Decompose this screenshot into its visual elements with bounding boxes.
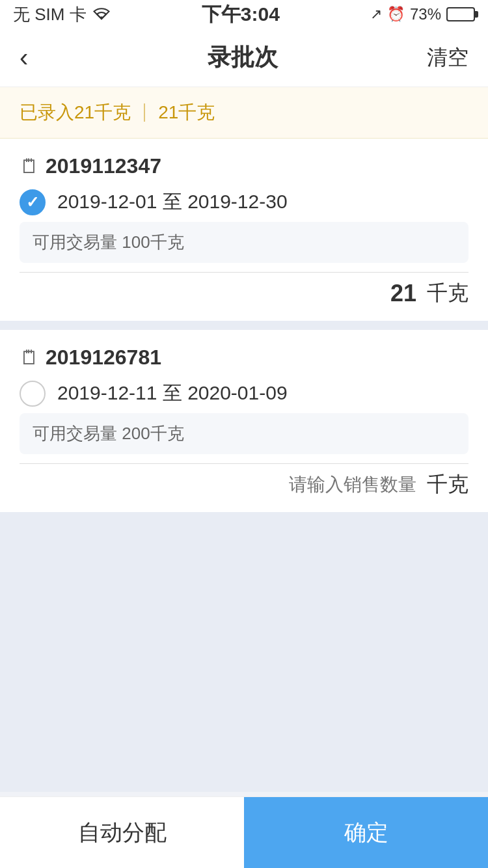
- batch-header-1: 🗒 2019126781: [0, 330, 488, 376]
- auto-distribute-label: 自动分配: [78, 818, 167, 848]
- page-content: 已录入21千克 21千克 🗒 2019112347 ✓ 2019-12-01 至…: [0, 87, 488, 863]
- battery-percent: 73%: [410, 5, 441, 23]
- batch-header-0: 🗒 2019112347: [0, 139, 488, 185]
- batch-quantity-row-1: 千克: [0, 464, 488, 512]
- back-button[interactable]: ‹: [20, 43, 59, 72]
- batch-radio-1[interactable]: [20, 381, 46, 407]
- carrier-text: 无 SIM 卡: [13, 3, 87, 26]
- batch-doc-icon-1: 🗒: [20, 347, 39, 369]
- wifi-icon: [92, 7, 111, 21]
- status-time: 下午3:04: [202, 1, 280, 28]
- page-title: 录批次: [208, 42, 278, 74]
- batch-id-0: 2019112347: [46, 154, 161, 178]
- batch-available-0: 可用交易量 100千克: [20, 222, 468, 263]
- batch-radio-0[interactable]: ✓: [20, 189, 46, 215]
- clear-button[interactable]: 清空: [427, 44, 468, 72]
- batch-quantity-row-0: 千克: [0, 273, 488, 321]
- batch-date-0: 2019-12-01 至 2019-12-30: [57, 189, 288, 215]
- battery-icon: [446, 7, 475, 21]
- status-bar: 无 SIM 卡 下午3:04 ↗ ⏰ 73%: [0, 0, 488, 29]
- status-right-icons: ↗ ⏰ 73%: [370, 5, 475, 23]
- summary-bar: 已录入21千克 21千克: [0, 87, 488, 139]
- batch-doc-icon-0: 🗒: [20, 156, 39, 178]
- batch-available-1: 可用交易量 200千克: [20, 413, 468, 454]
- bottom-space: [0, 512, 488, 792]
- quantity-input-1[interactable]: [260, 474, 416, 495]
- confirm-button[interactable]: 确定: [244, 797, 488, 868]
- confirm-label: 确定: [344, 818, 388, 848]
- auto-distribute-button[interactable]: 自动分配: [0, 797, 244, 868]
- batch-date-1: 2019-12-11 至 2020-01-09: [57, 380, 288, 407]
- nav-bar: ‹ 录批次 清空: [0, 29, 488, 87]
- quantity-unit-1: 千克: [427, 470, 468, 499]
- quantity-unit-0: 千克: [427, 279, 468, 308]
- alarm-icon: ⏰: [387, 6, 405, 23]
- batch-card-1: 🗒 2019126781 2019-12-11 至 2020-01-09 可用交…: [0, 330, 488, 512]
- batch-date-row-0[interactable]: ✓ 2019-12-01 至 2019-12-30: [0, 185, 488, 222]
- batch-date-row-1[interactable]: 2019-12-11 至 2020-01-09: [0, 376, 488, 413]
- summary-recorded: 已录入21千克: [20, 100, 131, 125]
- location-icon: ↗: [370, 6, 382, 23]
- quantity-input-0[interactable]: [338, 280, 416, 307]
- card-separator: [0, 321, 488, 330]
- summary-total: 21千克: [158, 100, 215, 125]
- radio-check-0: ✓: [26, 193, 39, 211]
- status-carrier: 无 SIM 卡: [13, 3, 111, 26]
- batch-id-1: 2019126781: [46, 346, 161, 370]
- footer: 自动分配 确定: [0, 796, 488, 868]
- summary-divider: [144, 103, 145, 122]
- batch-card-0: 🗒 2019112347 ✓ 2019-12-01 至 2019-12-30 可…: [0, 139, 488, 321]
